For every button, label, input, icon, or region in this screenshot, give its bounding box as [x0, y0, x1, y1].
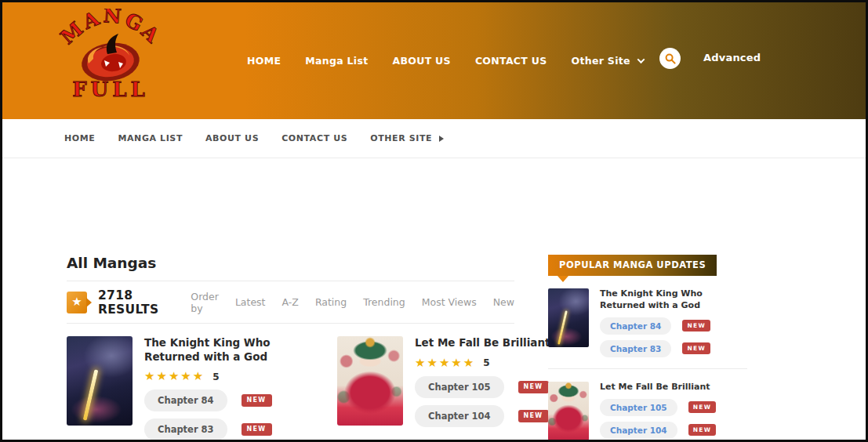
new-badge: NEW: [688, 401, 717, 413]
popular-updates-sidebar: POPULAR MANGA UPDATES The Knight King Wh…: [548, 255, 747, 442]
subnav-item-other-site[interactable]: OTHER SITE: [370, 133, 444, 143]
sort-option-trending[interactable]: Trending: [363, 296, 405, 308]
site-header: MANGA FULL HOME Manga List ABOUT US CONT…: [2, 2, 866, 119]
search-button[interactable]: [659, 48, 681, 69]
nav-item-about-us[interactable]: ABOUT US: [392, 55, 450, 67]
search-icon: [665, 53, 676, 64]
manga-cover-knight-king[interactable]: [67, 336, 133, 426]
subnav-item-contact-us[interactable]: CONTACT US: [281, 133, 347, 143]
new-badge: NEW: [682, 342, 710, 354]
sidebar-item-info: The Knight King Who Returned with a God …: [600, 288, 747, 357]
sidebar-item-info: Let Me Fall Be Brilliant Chapter 105 NEW…: [600, 382, 747, 440]
sidebar-manga-item: Let Me Fall Be Brilliant Chapter 105 NEW…: [548, 369, 747, 442]
chevron-down-icon: [637, 56, 645, 63]
advanced-search-link[interactable]: Advanced: [703, 52, 761, 63]
rating-value: 5: [212, 371, 219, 382]
sidebar-thumb-let-me-fall[interactable]: [548, 382, 589, 440]
star-rating-icon: ★★★★★: [415, 357, 475, 369]
chapter-row: Chapter 105 NEW: [600, 399, 747, 416]
sidebar-manga-item: The Knight King Who Returned with a God …: [548, 276, 747, 369]
primary-nav: HOME Manga List ABOUT US CONTACT US Othe…: [247, 2, 644, 119]
subnav-item-other-site-label: OTHER SITE: [370, 133, 432, 143]
rating-value: 5: [483, 357, 489, 368]
chapter-link[interactable]: Chapter 83: [144, 418, 227, 440]
sort-option-az[interactable]: A-Z: [282, 296, 299, 308]
sort-option-rating[interactable]: Rating: [315, 296, 347, 308]
new-badge: NEW: [242, 394, 272, 407]
chapter-row: Chapter 84 NEW: [144, 389, 309, 411]
chapter-link[interactable]: Chapter 105: [415, 376, 504, 398]
sort-option-latest[interactable]: Latest: [235, 296, 266, 308]
sort-options: Order by Latest A-Z Rating Trending Most…: [191, 291, 514, 314]
chapter-row: Chapter 83 NEW: [144, 418, 309, 440]
results-summary: ★ 2718 RESULTS: [67, 288, 191, 317]
sort-option-most-views[interactable]: Most Views: [422, 296, 477, 308]
results-toolbar: ★ 2718 RESULTS Order by Latest A-Z Ratin…: [67, 281, 514, 323]
new-badge: NEW: [682, 320, 710, 332]
manga-title[interactable]: The Knight King Who Returned with a God: [144, 336, 309, 364]
manga-list-section: All Mangas ★ 2718 RESULTS Order by Lates…: [67, 255, 514, 442]
site-logo[interactable]: MANGA FULL: [59, 9, 162, 103]
chapter-row: Chapter 83 NEW: [600, 340, 747, 357]
chapter-link[interactable]: Chapter 104: [415, 405, 504, 427]
subnav-item-manga-list[interactable]: MANGA LIST: [118, 133, 183, 143]
manga-cover-let-me-fall[interactable]: [337, 336, 403, 426]
logo-text-line2: FULL: [72, 78, 149, 101]
nav-item-contact-us[interactable]: CONTACT US: [475, 55, 547, 67]
nav-item-manga-list[interactable]: Manga List: [305, 55, 368, 67]
rating-row: ★★★★★ 5: [144, 371, 309, 382]
triangle-right-icon: [439, 136, 444, 142]
manga-site-page: MANGA FULL HOME Manga List ABOUT US CONT…: [0, 0, 868, 442]
sort-option-new[interactable]: New: [493, 296, 514, 308]
manga-cards-row: The Knight King Who Returned with a God …: [67, 324, 514, 440]
sidebar-manga-title[interactable]: Let Me Fall Be Brilliant: [600, 382, 747, 393]
new-badge: NEW: [518, 381, 549, 393]
subnav-item-home[interactable]: HOME: [64, 133, 95, 143]
chapter-link[interactable]: Chapter 84: [144, 389, 227, 411]
chapter-row: Chapter 84 NEW: [600, 317, 747, 335]
star-rating-icon: ★★★★★: [144, 371, 205, 382]
new-badge: NEW: [242, 423, 272, 436]
manga-card: Let Me Fall Be Brilliant ★★★★★ 5 Chapter…: [337, 336, 579, 440]
chapter-link[interactable]: Chapter 83: [600, 340, 671, 357]
star-glyph: ★: [71, 296, 82, 308]
nav-item-other-site[interactable]: Other Site: [572, 55, 644, 67]
nav-item-home[interactable]: HOME: [247, 55, 281, 67]
sidebar-heading: POPULAR MANGA UPDATES: [548, 255, 717, 276]
new-badge: NEW: [688, 424, 717, 436]
nav-item-other-site-label: Other Site: [572, 55, 630, 67]
new-badge: NEW: [518, 410, 549, 422]
secondary-nav: HOME MANGA LIST ABOUT US CONTACT US OTHE…: [2, 119, 866, 158]
chapter-link[interactable]: Chapter 105: [600, 399, 677, 416]
manga-card: The Knight King Who Returned with a God …: [67, 336, 309, 440]
sidebar-thumb-knight-king[interactable]: [548, 288, 589, 347]
chapter-link[interactable]: Chapter 84: [600, 317, 671, 335]
sort-label: Order by: [191, 291, 219, 314]
subnav-item-about-us[interactable]: ABOUT US: [205, 133, 259, 143]
results-star-icon: ★: [67, 292, 87, 313]
sidebar-manga-title[interactable]: The Knight King Who Returned with a God: [600, 288, 747, 312]
chapter-row: Chapter 104 NEW: [600, 422, 747, 439]
chapter-link[interactable]: Chapter 104: [600, 422, 677, 439]
page-title: All Mangas: [67, 255, 514, 271]
results-count: 2718 RESULTS: [98, 288, 191, 317]
manga-card-info: The Knight King Who Returned with a God …: [144, 336, 309, 440]
